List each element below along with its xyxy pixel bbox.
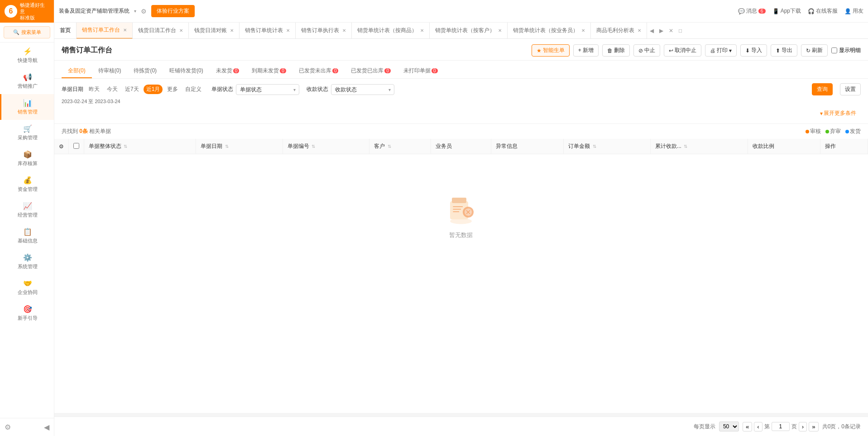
date-range-display: 2023-02-24 至 2023-03-24 xyxy=(62,98,861,105)
tab-prev-button[interactable]: ◀ xyxy=(647,28,657,34)
deliver-button[interactable]: 发货 xyxy=(845,128,861,135)
topbar-dropdown-icon[interactable]: ▾ xyxy=(134,9,136,14)
tab-cash-reconcile[interactable]: 钱货日清对账 ✕ xyxy=(189,23,240,39)
refresh-button[interactable]: ↻ 刷新 xyxy=(801,44,828,57)
tab-sales-summary-staff[interactable]: 销货单统计表（按业务员） ✕ xyxy=(508,23,591,39)
page-input[interactable] xyxy=(772,422,790,431)
th-settings[interactable]: ⚙ xyxy=(54,139,69,154)
th-payment-ratio: 收款比例 xyxy=(748,139,820,154)
tab-margin-analysis-close[interactable]: ✕ xyxy=(638,28,641,33)
expand-filters-button[interactable]: ▾ 展开更多条件 xyxy=(815,108,861,119)
tab-cash-reconcile-close[interactable]: ✕ xyxy=(230,28,234,33)
sidebar-item-enterprise[interactable]: 🤝 企业协同 xyxy=(0,275,54,300)
sidebar-item-purchase[interactable]: 🛒 采购管理 xyxy=(0,120,54,146)
topbar-gear-icon[interactable]: ⚙ xyxy=(141,8,147,15)
sidebar-collapse-button[interactable]: ◀ xyxy=(44,423,49,431)
delete-button[interactable]: 🗑 删除 xyxy=(602,44,630,57)
tab-sales-summary-product-close[interactable]: ✕ xyxy=(420,28,424,33)
tab-sales-order[interactable]: 销售订单工作台 ✕ xyxy=(77,23,133,39)
th-customer[interactable]: 客户 ⇅ xyxy=(369,139,431,154)
sidebar-item-finance[interactable]: 💰 资金管理 xyxy=(0,171,54,197)
tab-cash-daily[interactable]: 钱货日清工作台 ✕ xyxy=(133,23,189,39)
tab-sales-exec-close[interactable]: ✕ xyxy=(342,28,346,33)
date-opt-today[interactable]: 今天 xyxy=(104,85,120,94)
audit-button[interactable]: 审核 xyxy=(806,128,821,135)
tab-maximize-button[interactable]: □ xyxy=(676,28,685,34)
th-salesperson[interactable]: 业务员 xyxy=(431,139,491,154)
date-opt-yesterday[interactable]: 昨天 xyxy=(86,85,102,94)
subtab-all[interactable]: 全部(0) xyxy=(62,64,92,78)
online-service-button[interactable]: 🎧 在线客服 xyxy=(808,7,838,15)
sidebar-item-sales[interactable]: 📊 销售管理 xyxy=(0,94,54,120)
subtab-wangpu[interactable]: 旺铺待发货(0) xyxy=(163,64,210,78)
show-detail-checkbox[interactable] xyxy=(831,47,837,53)
subtab-pending-check[interactable]: 待拣货(0) xyxy=(127,64,163,78)
tab-sales-stats-close[interactable]: ✕ xyxy=(286,28,290,33)
date-opt-1month[interactable]: 近1月 xyxy=(144,85,163,94)
last-page-button[interactable]: » xyxy=(809,422,818,431)
tab-sales-summary-staff-close[interactable]: ✕ xyxy=(581,28,585,33)
sort-customer-icon: ⇅ xyxy=(388,144,391,149)
th-date[interactable]: 单据日期 ⇅ xyxy=(196,139,283,154)
print-button[interactable]: 🖨 打印 ▾ xyxy=(705,44,737,57)
sidebar-item-operations[interactable]: 📈 经营管理 xyxy=(0,197,54,223)
message-button[interactable]: 💬 消息 6 xyxy=(738,7,766,15)
add-button[interactable]: + 新增 xyxy=(573,44,599,57)
stop-button[interactable]: ⊘ 中止 xyxy=(633,44,660,57)
prev-page-button[interactable]: ‹ xyxy=(754,422,762,431)
sidebar-item-guide[interactable]: 🎯 新手引导 xyxy=(0,300,54,326)
date-opt-7days[interactable]: 近7天 xyxy=(122,85,142,94)
horizontal-scrollbar[interactable] xyxy=(54,413,868,417)
tab-home[interactable]: 首页 xyxy=(54,23,77,39)
solution-button[interactable]: 体验行业方案 xyxy=(151,5,195,17)
cancel-stop-button[interactable]: ↩ 取消中止 xyxy=(664,44,701,57)
page-size-select[interactable]: 50 xyxy=(719,422,739,431)
subtab-pending-review[interactable]: 待审核(0) xyxy=(92,64,128,78)
tab-close-all-button[interactable]: ✕ xyxy=(666,28,676,34)
subtab-not-shipped[interactable]: 未发货0 xyxy=(210,64,246,78)
query-button[interactable]: 查询 xyxy=(812,83,833,95)
import-button[interactable]: ⬇ 导入 xyxy=(740,44,767,57)
next-page-button[interactable]: › xyxy=(799,422,807,431)
th-exception[interactable]: 异常信息 xyxy=(491,139,564,154)
tab-next-button[interactable]: ▶ xyxy=(657,28,666,34)
date-opt-more[interactable]: 更多 xyxy=(164,85,181,94)
tab-sales-summary-product[interactable]: 销货单统计表（按商品） ✕ xyxy=(352,23,430,39)
payment-select[interactable]: 收款状态 xyxy=(331,84,394,95)
tab-sales-order-close[interactable]: ✕ xyxy=(123,28,127,33)
sidebar-item-basic-info[interactable]: 📋 基础信息 xyxy=(0,223,54,249)
subtab-overdue[interactable]: 到期未发货0 xyxy=(245,64,293,78)
status-select[interactable]: 单据状态 xyxy=(236,84,299,95)
sidebar-item-quick-nav[interactable]: ⚡ 快捷导航 xyxy=(0,43,54,68)
export-button[interactable]: ⬆ 导出 xyxy=(771,44,797,57)
th-status[interactable]: 单据整体状态 ⇅ xyxy=(84,139,196,154)
filter-settings-button[interactable]: 设置 xyxy=(840,83,861,95)
tab-cash-daily-close[interactable]: ✕ xyxy=(179,28,183,33)
result-count: 0条 xyxy=(79,128,88,134)
search-menu-button[interactable]: 🔍 搜索菜单 xyxy=(4,26,50,38)
smart-create-button[interactable]: ★ 智能生单 xyxy=(532,44,570,57)
sidebar-item-system[interactable]: ⚙️ 系统管理 xyxy=(0,249,54,275)
th-number[interactable]: 单据编号 ⇅ xyxy=(283,139,369,154)
user-menu-button[interactable]: 👤 用友 xyxy=(844,7,863,15)
tab-sales-summary-customer[interactable]: 销货单统计表（按客户） ✕ xyxy=(430,23,508,39)
sidebar-settings-button[interactable]: ⚙ xyxy=(5,423,11,431)
subtab-not-printed[interactable]: 未打印单据0 xyxy=(397,64,444,78)
sidebar-item-marketing[interactable]: 📢 营销推广 xyxy=(0,68,54,94)
app-download-button[interactable]: 📱 App下载 xyxy=(772,7,801,15)
tab-sales-summary-customer-close[interactable]: ✕ xyxy=(498,28,502,33)
sidebar-item-inventory[interactable]: 📦 库存核算 xyxy=(0,146,54,171)
tab-margin-analysis[interactable]: 商品毛利分析表 ✕ xyxy=(591,23,647,39)
th-amount[interactable]: 订单金额 ⇅ xyxy=(564,139,651,154)
th-received[interactable]: 累计收款... ⇅ xyxy=(650,139,748,154)
subtab-shipped-stored[interactable]: 已发货已出库0 xyxy=(345,64,397,78)
subtab-shipped-not-stored[interactable]: 已发货未出库0 xyxy=(293,64,345,78)
tab-sales-stats[interactable]: 销售订单统计表 ✕ xyxy=(240,23,296,39)
sort-status-icon: ⇅ xyxy=(124,144,127,149)
tab-sales-exec[interactable]: 销售订单执行表 ✕ xyxy=(296,23,352,39)
date-opt-custom[interactable]: 自定义 xyxy=(182,85,204,94)
unaudit-button[interactable]: 弃审 xyxy=(825,128,841,135)
select-all-checkbox[interactable] xyxy=(73,143,79,149)
first-page-button[interactable]: « xyxy=(743,422,752,431)
show-detail-label[interactable]: 显示明细 xyxy=(831,47,861,54)
